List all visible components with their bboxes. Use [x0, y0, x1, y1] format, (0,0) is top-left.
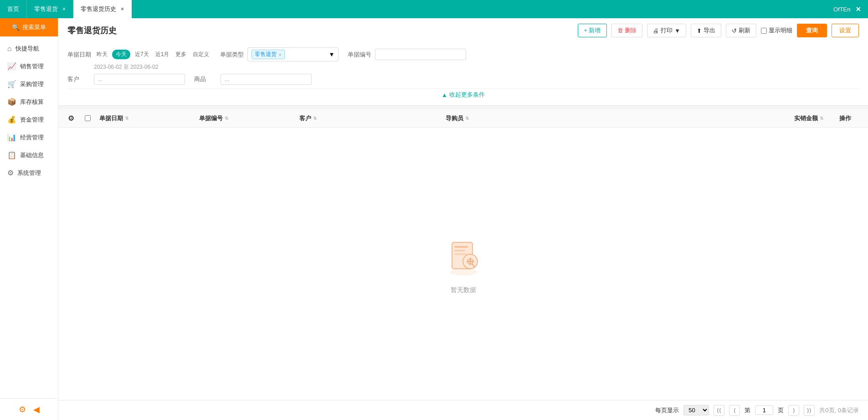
th-actions-label: 操作 — [839, 114, 851, 123]
per-page-select[interactable]: 20 50 100 — [683, 405, 709, 415]
content-area: 零售退货历史 + 新增 🗑 删除 🖨 打印 ▼ ⬆ 导出 ↺ — [58, 18, 868, 420]
select-all-checkbox[interactable] — [85, 115, 91, 121]
collapse-icon: ▲ — [442, 92, 447, 98]
sidebar-item-quick-nav-label: 快捷导航 — [15, 45, 39, 53]
refresh-label: 刷新 — [739, 26, 750, 35]
window-close-button[interactable]: × — [856, 5, 861, 14]
query-button[interactable]: 查询 — [797, 24, 827, 37]
first-page-button[interactable]: ⟨⟨ — [714, 405, 724, 416]
date-sort-icon[interactable]: ⇅ — [125, 116, 128, 121]
sidebar-item-operations[interactable]: 📊 经营管理 — [0, 128, 58, 146]
th-checkbox[interactable] — [79, 115, 96, 121]
sidebar-search[interactable]: 🔍 搜索菜单 — [0, 18, 58, 36]
date-btn-1month[interactable]: 近1月 — [154, 50, 171, 59]
sidebar-settings-button[interactable]: ⚙ — [19, 405, 26, 415]
filter-customer-item: 客户 ... — [67, 74, 185, 85]
next-page-button[interactable]: ⟩ — [788, 405, 799, 416]
sidebar-item-basic-info[interactable]: 📋 基础信息 — [0, 146, 58, 164]
export-label: 导出 — [704, 26, 715, 35]
th-no: 单据编号 ⇅ — [195, 114, 295, 123]
docno-filter-label: 单据编号 — [348, 51, 371, 59]
goods-filter-placeholder: ... — [225, 76, 229, 82]
per-page-label: 每页显示 — [655, 406, 679, 415]
svg-point-0 — [450, 268, 477, 276]
last-page-button[interactable]: ⟩⟩ — [804, 405, 815, 416]
svg-rect-4 — [454, 253, 467, 255]
customer-sort-icon[interactable]: ⇅ — [313, 116, 317, 121]
page-prefix-label: 第 — [745, 406, 750, 415]
page-header: 零售退货历史 + 新增 🗑 删除 🖨 打印 ▼ ⬆ 导出 ↺ — [58, 18, 868, 106]
date-btn-yesterday[interactable]: 昨天 — [95, 50, 109, 59]
header-actions: + 新增 🗑 删除 🖨 打印 ▼ ⬆ 导出 ↺ 刷新 — [578, 24, 859, 37]
date-filter-group: 昨天 今天 近7天 近1月 更多 自定义 — [95, 50, 211, 59]
pagination-footer: 每页显示 20 50 100 ⟨⟨ ⟨ 第 页 ⟩ ⟩⟩ 共0页, 0条记录 — [58, 400, 868, 420]
inventory-icon: 📦 — [7, 97, 16, 106]
th-guide-label: 导购员 — [446, 114, 463, 123]
customer-filter-select[interactable]: ... — [94, 74, 185, 85]
sidebar-item-sales[interactable]: 📈 销售管理 — [0, 57, 58, 75]
date-btn-more[interactable]: 更多 — [174, 50, 188, 59]
customer-filter-placeholder: ... — [98, 76, 103, 82]
tab-retail-return[interactable]: 零售退货 × — [27, 0, 73, 18]
customer-filter-label: 客户 — [67, 75, 90, 83]
docno-filter-input[interactable] — [375, 49, 466, 60]
doctype-tag-close[interactable]: × — [278, 52, 281, 57]
th-no-label: 单据编号 — [199, 114, 223, 123]
sidebar-item-purchase[interactable]: 🛒 采购管理 — [0, 75, 58, 93]
guide-sort-icon[interactable]: ⇅ — [465, 116, 469, 121]
sidebar-collapse-button[interactable]: ◀ — [33, 405, 40, 415]
tab-retail-return-history-label: 零售退货历史 — [81, 5, 116, 13]
doctype-filter-select[interactable]: 零售退货 × ▼ — [247, 47, 339, 61]
date-btn-custom[interactable]: 自定义 — [191, 50, 211, 59]
sidebar-item-inventory[interactable]: 📦 库存核算 — [0, 93, 58, 111]
tab-retail-return-history-close[interactable]: × — [121, 6, 124, 12]
doctype-tag: 零售退货 × — [252, 50, 284, 59]
tab-home[interactable]: 首页 — [0, 0, 27, 18]
tab-retail-return-history[interactable]: 零售退货历史 × — [73, 0, 132, 18]
collapse-button[interactable]: ▲ 收起更多条件 — [67, 88, 859, 101]
page-header-top: 零售退货历史 + 新增 🗑 删除 🖨 打印 ▼ ⬆ 导出 ↺ — [67, 24, 859, 37]
doctype-tag-value: 零售退货 — [255, 51, 277, 58]
purchase-icon: 🛒 — [7, 80, 16, 88]
export-button[interactable]: ⬆ 导出 — [691, 24, 721, 37]
sidebar-bottom: ⚙ ◀ — [0, 398, 58, 420]
amount-sort-icon[interactable]: ⇅ — [820, 116, 823, 121]
sidebar-item-purchase-label: 采购管理 — [20, 80, 44, 88]
no-sort-icon[interactable]: ⇅ — [225, 116, 228, 121]
date-btn-today[interactable]: 今天 — [112, 50, 130, 59]
th-amount-label: 实销金额 — [794, 114, 818, 123]
filter-docno-item: 单据编号 — [348, 49, 466, 60]
new-button[interactable]: + 新增 — [578, 24, 606, 37]
table-header: ⚙ 单据日期 ⇅ 单据编号 ⇅ 客户 ⇅ 导购员 — [58, 109, 868, 128]
th-date: 单据日期 ⇅ — [96, 114, 195, 123]
sidebar-item-finance[interactable]: 💰 资金管理 — [0, 111, 58, 128]
filter-row-date-range: 2023-06-02 至 2023-06-02 — [94, 63, 859, 71]
refresh-button[interactable]: ↺ 刷新 — [726, 24, 756, 37]
doctype-dropdown-icon: ▼ — [329, 51, 335, 58]
tab-retail-return-label: 零售退货 — [34, 5, 58, 13]
filter-date-item: 单据日期 昨天 今天 近7天 近1月 更多 自定义 — [67, 50, 211, 59]
sales-icon: 📈 — [7, 62, 16, 71]
sidebar-item-operations-label: 经营管理 — [20, 133, 44, 142]
th-customer-label: 客户 — [299, 114, 311, 123]
finance-icon: 💰 — [7, 115, 16, 124]
date-btn-7days[interactable]: 近7天 — [133, 50, 151, 59]
filter-doctype-item: 单据类型 零售退货 × ▼ — [220, 47, 339, 61]
date-range-display: 2023-06-02 至 2023-06-02 — [94, 63, 158, 71]
th-settings[interactable]: ⚙ — [63, 114, 79, 123]
page-number-input[interactable] — [755, 405, 773, 415]
empty-text: 暂无数据 — [451, 286, 476, 294]
filter-row-1: 单据日期 昨天 今天 近7天 近1月 更多 自定义 单据类型 — [67, 47, 859, 61]
show-detail-checkbox[interactable]: 显示明细 — [761, 26, 792, 35]
sidebar-item-quick-nav[interactable]: ⌂ 快捷导航 — [0, 40, 58, 57]
delete-button[interactable]: 🗑 删除 — [611, 24, 643, 37]
sidebar-item-system[interactable]: ⚙ 系统管理 — [0, 164, 58, 182]
goods-filter-select[interactable]: ... — [221, 74, 312, 85]
settings-button[interactable]: 设置 — [832, 24, 859, 37]
tab-retail-return-close[interactable]: × — [62, 6, 66, 12]
show-detail-input[interactable] — [761, 28, 767, 34]
print-button[interactable]: 🖨 打印 ▼ — [647, 24, 686, 37]
doctype-filter-label: 单据类型 — [220, 51, 244, 59]
prev-page-button[interactable]: ⟨ — [729, 405, 740, 416]
th-guide: 导购员 ⇅ — [442, 114, 542, 123]
